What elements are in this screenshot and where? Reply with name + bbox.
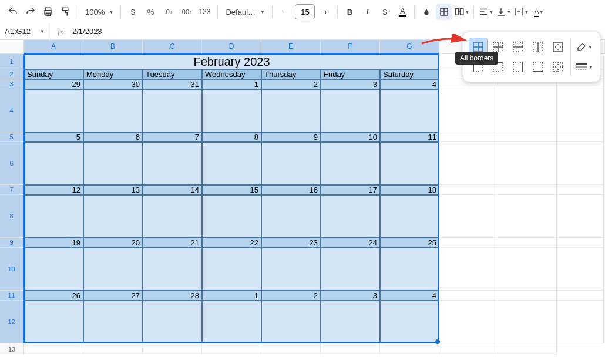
calendar-cell[interactable]: 12	[24, 185, 83, 195]
calendar-cell[interactable]	[83, 248, 143, 291]
calendar-cell[interactable]: 17	[321, 185, 380, 195]
paint-format-button[interactable]	[58, 4, 74, 20]
row-header[interactable]: 8	[0, 195, 24, 238]
empty-cell[interactable]	[498, 89, 557, 132]
row-header[interactable]: 12	[0, 301, 24, 343]
italic-button[interactable]: I	[359, 4, 375, 20]
calendar-cell[interactable]: 4	[380, 79, 439, 89]
vertical-borders-button[interactable]	[529, 38, 547, 56]
calendar-cell[interactable]	[143, 89, 202, 132]
calendar-cell[interactable]: 30	[83, 79, 143, 89]
column-header[interactable]: D	[202, 40, 261, 54]
calendar-cell[interactable]	[24, 301, 83, 343]
calendar-cell[interactable]: 27	[83, 291, 143, 301]
name-box[interactable]: A1:G12▼	[0, 23, 51, 40]
calendar-cell[interactable]: Friday	[321, 69, 380, 79]
currency-button[interactable]: $	[125, 4, 141, 20]
calendar-cell[interactable]: 2	[261, 79, 321, 89]
text-wrap-button[interactable]: ▼	[513, 4, 529, 20]
empty-cell[interactable]	[439, 142, 498, 185]
calendar-cell[interactable]	[83, 142, 143, 185]
row-header[interactable]: 6	[0, 142, 24, 185]
text-rotation-button[interactable]: A▼	[530, 4, 547, 20]
outer-borders-button[interactable]	[549, 38, 567, 56]
bold-button[interactable]: B	[341, 4, 358, 20]
calendar-cell[interactable]	[202, 142, 261, 185]
calendar-cell[interactable]: 13	[83, 185, 143, 195]
calendar-cell[interactable]: 9	[261, 132, 321, 142]
calendar-cell[interactable]	[380, 195, 439, 238]
row-header[interactable]: 11	[0, 291, 24, 301]
calendar-cell[interactable]	[321, 301, 380, 343]
calendar-cell[interactable]: 31	[143, 79, 202, 89]
calendar-cell[interactable]: 1	[202, 79, 261, 89]
more-formats-button[interactable]: 123	[195, 4, 214, 20]
calendar-cell[interactable]: 25	[380, 238, 439, 248]
calendar-cell[interactable]: 28	[143, 291, 202, 301]
calendar-cell[interactable]: 14	[143, 185, 202, 195]
calendar-cell[interactable]: Monday	[83, 69, 143, 79]
calendar-cell[interactable]: 4	[380, 291, 439, 301]
calendar-cell[interactable]	[143, 195, 202, 238]
empty-cell[interactable]	[439, 132, 498, 142]
calendar-cell[interactable]	[202, 195, 261, 238]
horizontal-align-button[interactable]: ▼	[478, 4, 494, 20]
calendar-cell[interactable]: 3	[321, 79, 380, 89]
calendar-cell[interactable]: 5	[24, 132, 83, 142]
row-header[interactable]: 2	[0, 69, 24, 79]
zoom-select[interactable]: 100% ▼	[82, 4, 117, 20]
row-header[interactable]: 4	[0, 89, 24, 132]
calendar-cell[interactable]	[321, 142, 380, 185]
calendar-cell[interactable]: 19	[24, 238, 83, 248]
calendar-cell[interactable]	[261, 89, 321, 132]
strikethrough-button[interactable]: S	[377, 4, 393, 20]
calendar-cell[interactable]	[202, 248, 261, 291]
calendar-cell[interactable]	[380, 248, 439, 291]
font-select[interactable]: Defaul…▼	[221, 4, 268, 20]
calendar-cell[interactable]	[202, 301, 261, 343]
calendar-cell[interactable]: 21	[143, 238, 202, 248]
percent-button[interactable]: %	[142, 4, 159, 20]
calendar-cell[interactable]	[380, 89, 439, 132]
row-header[interactable]: 13	[0, 343, 24, 355]
calendar-cell[interactable]: 29	[24, 79, 83, 89]
redo-button[interactable]	[22, 4, 39, 20]
empty-cell[interactable]	[439, 238, 498, 248]
bottom-border-button[interactable]	[529, 58, 547, 76]
calendar-cell[interactable]	[143, 301, 202, 343]
clear-borders-button[interactable]	[549, 58, 567, 76]
calendar-cell[interactable]	[83, 301, 143, 343]
calendar-cell[interactable]: Thursday	[261, 69, 321, 79]
font-size-decrease-button[interactable]: −	[276, 4, 293, 20]
empty-cell[interactable]	[498, 195, 557, 238]
vertical-align-button[interactable]: ▼	[495, 4, 512, 20]
calendar-cell[interactable]	[143, 142, 202, 185]
empty-cell[interactable]	[498, 248, 557, 291]
calendar-cell[interactable]: 16	[261, 185, 321, 195]
calendar-cell[interactable]: 3	[321, 291, 380, 301]
empty-cell[interactable]	[498, 238, 557, 248]
calendar-cell[interactable]	[261, 142, 321, 185]
calendar-cell[interactable]	[380, 301, 439, 343]
calendar-cell[interactable]: 2	[261, 291, 321, 301]
column-header[interactable]: B	[83, 40, 143, 54]
font-size-increase-button[interactable]: +	[317, 4, 334, 20]
empty-cell[interactable]	[439, 248, 498, 291]
empty-cell[interactable]	[498, 291, 557, 301]
column-header[interactable]: E	[261, 40, 321, 54]
increase-decimal-button[interactable]: .00↑	[177, 4, 194, 20]
select-all-corner[interactable]	[0, 40, 24, 54]
calendar-cell[interactable]: 8	[202, 132, 261, 142]
calendar-cell[interactable]	[83, 195, 143, 238]
empty-cell[interactable]	[439, 89, 498, 132]
borders-button[interactable]	[436, 4, 452, 20]
calendar-cell[interactable]	[24, 195, 83, 238]
calendar-cell[interactable]: 23	[261, 238, 321, 248]
calendar-cell[interactable]: 18	[380, 185, 439, 195]
empty-cell[interactable]	[439, 195, 498, 238]
calendar-cell[interactable]	[321, 89, 380, 132]
calendar-cell[interactable]: 20	[83, 238, 143, 248]
calendar-cell[interactable]	[380, 142, 439, 185]
empty-cell[interactable]	[439, 185, 498, 195]
calendar-cell[interactable]	[83, 89, 143, 132]
